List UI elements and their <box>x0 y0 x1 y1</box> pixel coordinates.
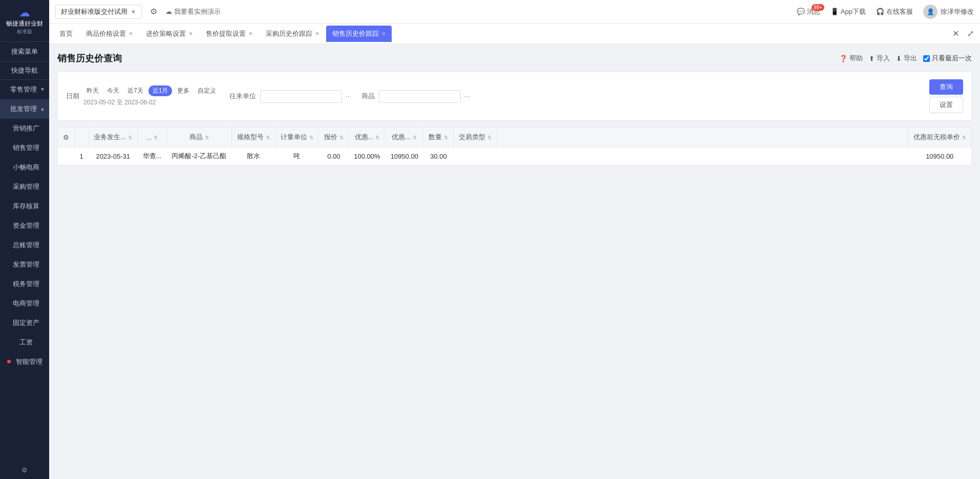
sidebar-item-finance[interactable]: 资金管理 <box>0 216 49 235</box>
source-input[interactable] <box>260 90 342 103</box>
sidebar-item-inventory[interactable]: 库存核算 <box>0 197 49 216</box>
sidebar-footer-gear[interactable]: ⚙ <box>0 461 49 479</box>
tab-sale-history-close[interactable]: × <box>382 30 386 37</box>
tab-purchase-history[interactable]: 采购历史价跟踪 × <box>260 26 325 42</box>
app-download-button[interactable]: 📱 App下载 <box>830 7 866 16</box>
date-btn-today[interactable]: 今天 <box>104 85 122 96</box>
tab-sale-history[interactable]: 销售历史价跟踪 × <box>326 26 392 42</box>
version-selector[interactable]: 好业财标准版交付试用 ▼ <box>55 5 142 19</box>
td-extra: 华查... <box>138 147 167 165</box>
sort-icon-discount2: ⇅ <box>413 135 417 140</box>
product-filter-group: 商品 ··· <box>361 90 470 103</box>
phone-icon: 📱 <box>830 8 839 15</box>
tab-product-price-close[interactable]: × <box>129 30 133 37</box>
th-pretax-price[interactable]: 优惠前无税单价 ⇅ <box>908 127 972 147</box>
th-price[interactable]: 报价 ⇅ <box>318 127 349 147</box>
tab-home[interactable]: 首页 <box>53 26 79 42</box>
sort-icon-price: ⇅ <box>339 135 344 140</box>
demo-button[interactable]: ☁ 我要看实例演示 <box>165 7 221 16</box>
th-biz-date[interactable]: 业务发生... ⇅ <box>89 127 138 147</box>
tab-purchase-history-close[interactable]: × <box>315 30 319 37</box>
date-btn-yesterday[interactable]: 昨天 <box>83 85 102 96</box>
date-buttons: 昨天 今天 近7天 近1月 更多 自定义 <box>83 85 219 96</box>
product-input[interactable] <box>379 90 461 103</box>
avatar-icon: 👤 <box>927 8 934 15</box>
product-dots[interactable]: ··· <box>464 92 470 100</box>
sidebar-item-sales[interactable]: 销售管理 <box>0 138 49 158</box>
td-biz-date: 2023-05-31 <box>89 147 138 165</box>
online-service-label: 在线客服 <box>886 7 913 16</box>
column-gear-icon: ⚙ <box>63 134 69 141</box>
help-link[interactable]: ❓ 帮助 <box>839 54 863 63</box>
only-last-input[interactable] <box>923 55 930 62</box>
sidebar-item-purchase[interactable]: 采购管理 <box>0 177 49 197</box>
sidebar-item-salary[interactable]: 工资 <box>0 333 49 352</box>
th-seq <box>75 127 89 147</box>
date-btn-last7[interactable]: 近7天 <box>124 85 146 96</box>
tab-sale-extract-close[interactable]: × <box>249 30 252 37</box>
sidebar-item-general[interactable]: 总账管理 <box>0 235 49 255</box>
th-discount2[interactable]: 优惠... ⇅ <box>386 127 423 147</box>
sidebar-item-smart[interactable]: 智能管理 <box>0 352 49 372</box>
query-button[interactable]: 查询 <box>929 79 963 95</box>
date-btn-last1month[interactable]: 近1月 <box>148 85 173 96</box>
th-trade-type[interactable]: 交易类型 ⇅ <box>454 127 497 147</box>
th-spacer <box>497 127 908 147</box>
sidebar-item-general-label: 总账管理 <box>7 241 45 250</box>
tab-purchase-strategy[interactable]: 进价策略设置 × <box>140 26 199 42</box>
tab-purchase-strategy-close[interactable]: × <box>189 30 193 37</box>
source-dots[interactable]: ··· <box>345 92 351 100</box>
td-trade-type <box>454 147 497 165</box>
close-tab-button[interactable]: ✕ <box>950 27 961 40</box>
sidebar-search[interactable]: 搜索菜单 <box>0 42 49 62</box>
th-product-label: 商品 <box>189 133 203 142</box>
sidebar-quick-nav[interactable]: 快捷导航 <box>0 62 49 80</box>
date-btn-custom[interactable]: 自定义 <box>195 85 219 96</box>
th-extra[interactable]: ... ⇅ <box>138 127 167 147</box>
topbar-gear-icon[interactable]: ⚙ <box>148 5 159 18</box>
sidebar-item-invoice[interactable]: 发票管理 <box>0 255 49 274</box>
sidebar-item-retail[interactable]: 零售管理 ▼ <box>0 80 49 99</box>
th-discount1-label: 优惠... <box>355 133 374 142</box>
th-pretax-price-label: 优惠前无税单价 <box>913 133 960 142</box>
data-table-container: ⚙ 业务发生... ⇅ ... ⇅ <box>57 127 972 166</box>
th-unit[interactable]: 计量单位 ⇅ <box>275 127 318 147</box>
th-spec[interactable]: 规格型号 ⇅ <box>231 127 275 147</box>
th-gear[interactable]: ⚙ <box>58 127 75 147</box>
sidebar-item-ecom-small[interactable]: 小畅电商 <box>0 158 49 177</box>
sidebar-item-ecom-label: 电商管理 <box>7 299 45 308</box>
date-btn-more[interactable]: 更多 <box>174 85 193 96</box>
td-seq: 1 <box>75 147 89 165</box>
th-discount1[interactable]: 优惠... ⇅ <box>349 127 385 147</box>
logo-icon: ☁ <box>19 6 30 19</box>
date-range-text: 2023-05-02 至 2023-06-02 <box>83 98 219 107</box>
tab-product-price[interactable]: 商品价格设置 × <box>80 26 139 42</box>
settings-button[interactable]: 设置 <box>929 97 963 113</box>
app-name: 畅捷通好业财 <box>6 19 43 28</box>
page-title: 销售历史价查询 <box>57 52 122 64</box>
source-filter-label: 往来单位 <box>229 92 256 101</box>
sort-icon-biz-date: ⇅ <box>128 135 132 140</box>
sidebar-item-ecom[interactable]: 电商管理 <box>0 294 49 313</box>
sidebar-item-wholesale[interactable]: 批发管理 ▲ <box>0 99 49 119</box>
th-quantity[interactable]: 数量 ⇅ <box>423 127 454 147</box>
tab-sale-extract[interactable]: 售价提取设置 × <box>200 26 259 42</box>
online-service-button[interactable]: 🎧 在线客服 <box>876 7 913 16</box>
user-info[interactable]: 👤 徐泽华修改 <box>923 5 974 19</box>
sidebar-item-marketing[interactable]: 营销推广 <box>0 119 49 138</box>
import-link[interactable]: ⬆ 导入 <box>869 54 890 63</box>
only-last-checkbox[interactable]: 只看最后一次 <box>923 54 972 63</box>
expand-button[interactable]: ⤢ <box>965 27 976 40</box>
sidebar-item-tax[interactable]: 税务管理 <box>0 274 49 294</box>
td-pretax-price: 10950.00 <box>908 147 972 165</box>
message-button[interactable]: 💬 消息 99+ <box>797 7 820 16</box>
cloud-icon: ☁ <box>165 8 172 15</box>
th-discount2-label: 优惠... <box>392 133 411 142</box>
th-quantity-label: 数量 <box>429 133 442 142</box>
td-discount1: 100.00% <box>349 147 385 165</box>
sidebar-item-fixed[interactable]: 固定资产 <box>0 313 49 333</box>
export-link[interactable]: ⬇ 导出 <box>896 54 917 63</box>
sidebar-item-smart-label: 智能管理 <box>13 357 45 366</box>
th-product[interactable]: 商品 ⇅ <box>166 127 231 147</box>
import-icon: ⬆ <box>869 55 875 62</box>
